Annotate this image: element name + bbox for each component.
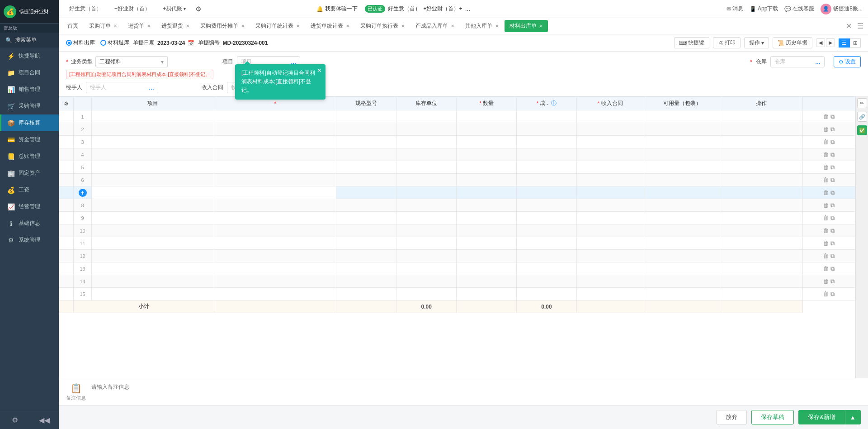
save-new-button[interactable]: 保存&新增 — [798, 410, 845, 424]
global-tab-2[interactable]: +好业财（首） — [109, 3, 155, 15]
sidebar-settings-btn[interactable]: ⚙ — [0, 411, 29, 429]
message-item[interactable]: ✉ 消息 — [726, 5, 743, 13]
delete-row-btn[interactable]: 🗑 — [823, 113, 829, 120]
global-tab-3[interactable]: +易代账 ▾ — [158, 3, 191, 15]
sidebar-item-fixed-assets[interactable]: 🏢 固定资产 — [0, 165, 59, 181]
settings-col-header[interactable]: ⚙ — [59, 97, 74, 110]
tab-purchase-order-close[interactable]: ✕ — [113, 24, 117, 29]
sidebar-item-operations[interactable]: 📈 经营管理 — [0, 198, 59, 215]
data-cell[interactable] — [457, 186, 517, 199]
save-new-dropdown-button[interactable]: ▲ — [845, 410, 861, 424]
sidebar-item-search[interactable]: 🔍 搜索菜单 — [0, 33, 59, 48]
delete-row-btn[interactable]: 🗑 — [823, 202, 829, 209]
settings-button[interactable]: ⚙ 设置 — [834, 56, 861, 67]
online-service-item[interactable]: 💬 在线客服 — [784, 5, 814, 13]
notify-item[interactable]: 🔔 我要体验一下 — [316, 5, 358, 13]
delete-row-btn[interactable]: 🗑 — [823, 126, 829, 133]
operation-btn[interactable]: 操作 ▾ — [744, 37, 769, 48]
delete-row-btn[interactable]: 🗑 — [823, 265, 829, 272]
tab-purchase-exec-close[interactable]: ✕ — [401, 24, 405, 29]
tab-purchase-order[interactable]: 采购订单 ✕ — [84, 20, 122, 32]
add-row-button[interactable]: + — [79, 189, 87, 197]
tab-inbound-return-close[interactable]: ✕ — [186, 24, 189, 29]
tab-home[interactable]: 首页 — [62, 20, 83, 32]
business-type-select[interactable]: 工程领料 ▾ — [95, 56, 168, 67]
sidebar-item-sales[interactable]: 📊 销售管理 — [0, 81, 59, 98]
tab-inbound-close[interactable]: ✕ — [147, 24, 151, 29]
app-download-item[interactable]: 📱 App下载 — [750, 5, 778, 13]
copy-row-btn[interactable]: ⧉ — [830, 253, 835, 260]
copy-row-btn[interactable]: ⧉ — [830, 189, 835, 196]
tab-material-outbound[interactable]: 材料出库单 ✕ — [505, 20, 548, 32]
tab-finished-inbound-close[interactable]: ✕ — [451, 24, 454, 29]
copy-row-btn[interactable]: ⧉ — [830, 151, 835, 158]
sidebar-item-basic-info[interactable]: ℹ 基础信息 — [0, 215, 59, 232]
copy-row-btn[interactable]: ⧉ — [830, 138, 835, 146]
save-draft-button[interactable]: 保存草稿 — [751, 410, 794, 424]
discard-button[interactable]: 放弃 — [716, 410, 747, 424]
copy-row-btn[interactable]: ⧉ — [830, 240, 835, 247]
copy-row-btn[interactable]: ⧉ — [830, 202, 835, 209]
delete-row-btn[interactable]: 🗑 — [823, 151, 829, 158]
tab-other-inbound-close[interactable]: ✕ — [495, 24, 499, 29]
delete-row-btn[interactable]: 🗑 — [823, 227, 829, 234]
copy-row-btn[interactable]: ⧉ — [830, 126, 835, 133]
copy-row-btn[interactable]: ⧉ — [830, 278, 835, 285]
warehouse-input[interactable]: 仓库 … — [770, 56, 825, 67]
tab-inbound[interactable]: 进货单 ✕ — [123, 20, 156, 32]
copy-row-btn[interactable]: ⧉ — [830, 176, 835, 184]
delete-row-btn[interactable]: 🗑 — [823, 253, 829, 259]
tab-other-inbound[interactable]: 其他入库单 ✕ — [460, 20, 504, 32]
menu-tab-icon[interactable]: ☰ — [856, 21, 864, 31]
delete-row-btn[interactable]: 🗑 — [823, 291, 829, 297]
tab-material-outbound-close[interactable]: ✕ — [539, 24, 543, 29]
tab-purchase-exec[interactable]: 采购订单执行表 ✕ — [355, 20, 410, 32]
copy-row-btn[interactable]: ⧉ — [830, 227, 835, 234]
tab-purchase-stat-close[interactable]: ✕ — [296, 24, 300, 29]
sidebar-item-inventory[interactable]: 📦 库存核算 — [0, 114, 59, 131]
data-cell[interactable] — [396, 186, 457, 199]
data-cell[interactable] — [336, 186, 396, 199]
copy-row-btn[interactable]: ⧉ — [830, 113, 835, 120]
notes-input[interactable] — [91, 382, 861, 392]
sidebar-item-quick-nav[interactable]: ⚡ 快捷导航 — [0, 48, 59, 64]
close-tab-icon[interactable]: ✕ — [845, 21, 853, 31]
tab-inbound-return[interactable]: 进货退货 ✕ — [156, 20, 194, 32]
radio-return[interactable]: 材料退库 — [100, 39, 129, 47]
cell-input[interactable] — [94, 190, 211, 196]
sidebar-collapse-btn[interactable]: ◀◀ — [29, 411, 59, 429]
delete-row-btn[interactable]: 🗑 — [823, 240, 829, 247]
delete-row-btn[interactable]: 🗑 — [823, 138, 829, 145]
prev-record-btn[interactable]: ◀ — [816, 38, 825, 47]
tooltip-close-btn[interactable]: ✕ — [317, 66, 322, 76]
shortcut-keys-btn[interactable]: ⌨ 快捷键 — [674, 37, 709, 48]
user-avatar-item[interactable]: 👤 畅捷通8账... — [821, 4, 863, 14]
sidebar-item-finance[interactable]: 💳 资金管理 — [0, 131, 59, 148]
delete-row-btn[interactable]: 🗑 — [823, 176, 829, 183]
delete-row-btn[interactable]: 🗑 — [823, 214, 829, 221]
tab-finished-inbound[interactable]: 产成品入库单 ✕ — [410, 20, 459, 32]
radio-outbound[interactable]: 材料出库 — [66, 39, 95, 47]
cell-input[interactable] — [217, 190, 334, 196]
sidebar-item-purchase[interactable]: 🛒 采购管理 — [0, 98, 59, 114]
tab-inbound-stat-close[interactable]: ✕ — [346, 24, 349, 29]
agent-input[interactable]: 经手人 … — [86, 82, 158, 93]
data-cell[interactable] — [576, 186, 644, 199]
delete-row-btn[interactable]: 🗑 — [823, 189, 829, 196]
data-cell[interactable] — [214, 186, 336, 199]
right-panel-link-btn[interactable]: 🔗 — [857, 112, 867, 122]
next-record-btn[interactable]: ▶ — [826, 38, 835, 47]
tab-inbound-stat[interactable]: 进货单统计表 ✕ — [306, 20, 354, 32]
tab-purchase-expense[interactable]: 采购费用分摊单 ✕ — [195, 20, 250, 32]
data-cell[interactable] — [516, 186, 576, 199]
copy-row-btn[interactable]: ⧉ — [830, 214, 835, 222]
print-btn[interactable]: 🖨 打印 — [713, 37, 741, 48]
tab-purchase-expense-close[interactable]: ✕ — [241, 24, 245, 29]
list-view-btn[interactable]: ☰ — [839, 38, 850, 48]
right-panel-edit-btn[interactable]: ✏ — [857, 98, 867, 108]
sidebar-item-project-contract[interactable]: 📁 项目合同 — [0, 64, 59, 81]
tab-purchase-stat[interactable]: 采购订单统计表 ✕ — [250, 20, 305, 32]
data-cell[interactable] — [644, 186, 720, 199]
sidebar-item-salary[interactable]: 💰 工资 — [0, 181, 59, 198]
delete-row-btn[interactable]: 🗑 — [823, 164, 829, 171]
